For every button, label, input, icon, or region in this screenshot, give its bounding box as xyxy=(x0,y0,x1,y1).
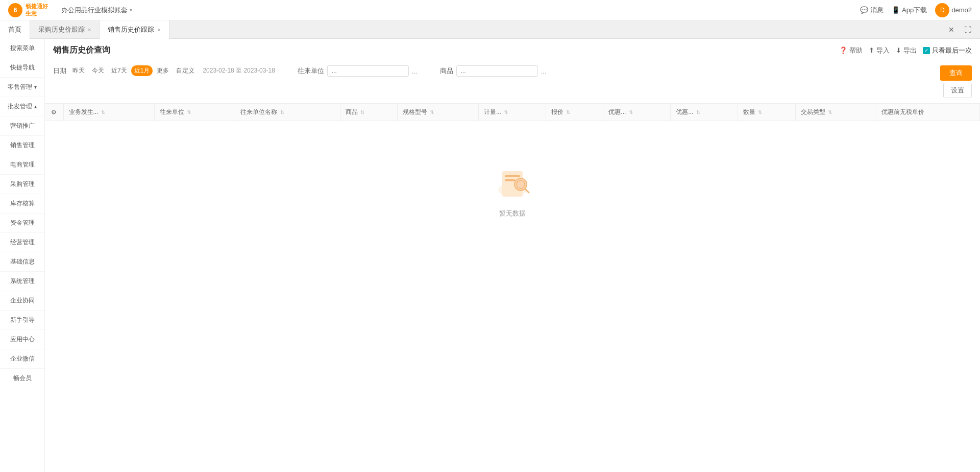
svg-rect-2 xyxy=(505,175,520,177)
data-table: ⚙ 业务发生... ⇅ 往来单位 ⇅ 往来单位名称 ⇅ xyxy=(45,104,980,121)
sidebar-item-member[interactable]: 畅会员 xyxy=(0,369,44,388)
sidebar-item-quick-nav[interactable]: 快捷导航 xyxy=(0,58,44,78)
partner-input[interactable] xyxy=(327,65,409,77)
message-btn[interactable]: 💬 消息 xyxy=(860,6,884,15)
th-spec-label: 规格型号 xyxy=(403,108,427,115)
th-discount-rate[interactable]: 优惠... ⇅ xyxy=(603,104,671,121)
date-btn-today[interactable]: 今天 xyxy=(89,65,107,76)
sidebar-item-ecom-mgmt[interactable]: 电商管理 xyxy=(0,155,44,175)
th-partner-name[interactable]: 往来单位名称 ⇅ xyxy=(235,104,340,121)
tab-home[interactable]: 首页 xyxy=(0,20,30,39)
app-selector[interactable]: 办公用品行业模拟账套 ▾ xyxy=(57,6,136,15)
th-quote[interactable]: 报价 ⇅ xyxy=(546,104,603,121)
partner-filter-label: 往来单位 xyxy=(298,66,324,76)
sidebar-ecom-mgmt-label: 电商管理 xyxy=(10,160,35,169)
sidebar-item-app-center[interactable]: 应用中心 xyxy=(0,330,44,349)
product-input[interactable] xyxy=(456,65,538,77)
message-label: 消息 xyxy=(870,6,884,15)
message-icon: 💬 xyxy=(860,6,868,14)
sidebar-item-sales-mgmt[interactable]: 销售管理 xyxy=(0,136,44,155)
date-options: 昨天 今天 近7天 近1月 更多 自定义 xyxy=(69,65,198,76)
date-btn-yesterday[interactable]: 昨天 xyxy=(69,65,88,76)
th-product-label: 商品 xyxy=(346,108,358,115)
sidebar-item-purchase-mgmt[interactable]: 采购管理 xyxy=(0,175,44,194)
tab-purchase-history-label: 采购历史价跟踪 xyxy=(38,25,85,34)
sort-icon: ⇅ xyxy=(187,109,191,115)
tab-bar: 首页 采购历史价跟踪 × 销售历史价跟踪 × ✕ ⛶ xyxy=(0,20,980,39)
th-pre-tax-price-label: 优惠前无税单价 xyxy=(881,108,924,115)
th-unit[interactable]: 计量... ⇅ xyxy=(478,104,546,121)
sidebar-item-basic-info[interactable]: 基础信息 xyxy=(0,252,44,272)
th-unit-label: 计量... xyxy=(484,108,501,115)
sort-icon: ⇅ xyxy=(101,109,105,115)
th-discount-rate-label: 优惠... xyxy=(608,108,626,115)
app-download-btn[interactable]: 📱 App下载 xyxy=(892,6,927,15)
sidebar-sales-mgmt-label: 销售管理 xyxy=(10,141,35,150)
tab-window-actions: ✕ ⛶ xyxy=(945,23,980,36)
th-trade-type[interactable]: 交易类型 ⇅ xyxy=(795,104,876,121)
fullscreen-btn[interactable]: ⛶ xyxy=(962,23,974,36)
sidebar-item-enterprise-wechat[interactable]: 企业微信 xyxy=(0,349,44,369)
settings-btn[interactable]: 设置 xyxy=(943,83,972,98)
date-btn-more[interactable]: 更多 xyxy=(154,65,172,76)
sidebar-item-operations[interactable]: 经营管理 xyxy=(0,233,44,252)
sort-icon: ⇅ xyxy=(828,109,832,115)
sidebar-item-search-menu[interactable]: 搜索菜单 xyxy=(0,39,44,58)
th-partner-code-label: 往来单位 xyxy=(160,108,184,115)
page-header-actions: ❓ 帮助 ⬆ 导入 ⬇ 导出 只看最后一次 xyxy=(839,46,972,55)
sidebar-item-new-guide[interactable]: 新手引导 xyxy=(0,311,44,330)
app-download-label: App下载 xyxy=(902,6,927,15)
chevron-up-icon: ▴ xyxy=(34,104,37,109)
th-discount-amount[interactable]: 优惠... ⇅ xyxy=(671,104,738,121)
th-partner-name-label: 往来单位名称 xyxy=(240,108,277,115)
svg-rect-3 xyxy=(505,179,515,181)
sidebar-item-sys-mgmt[interactable]: 系统管理 xyxy=(0,272,44,291)
page-header: 销售历史价查询 ❓ 帮助 ⬆ 导入 ⬇ 导出 只看最后一次 xyxy=(45,39,980,60)
help-btn[interactable]: ❓ 帮助 xyxy=(839,46,863,55)
th-quantity[interactable]: 数量 ⇅ xyxy=(738,104,796,121)
query-btn[interactable]: 查询 xyxy=(940,65,972,81)
sidebar-item-finance[interactable]: 资金管理 xyxy=(0,214,44,233)
sidebar-item-marketing[interactable]: 营销推广 xyxy=(0,116,44,136)
date-btn-last1m[interactable]: 近1月 xyxy=(131,65,153,76)
close-window-btn[interactable]: ✕ xyxy=(945,23,958,36)
sort-icon: ⇅ xyxy=(360,109,364,115)
sidebar-item-inventory[interactable]: 库存核算 xyxy=(0,194,44,214)
logo-icon: 6 xyxy=(8,3,22,17)
th-settings[interactable]: ⚙ xyxy=(45,104,63,121)
sort-icon: ⇅ xyxy=(280,109,284,115)
only-last-checkbox[interactable]: 只看最后一次 xyxy=(923,46,972,55)
product-dots-btn[interactable]: ... xyxy=(541,67,547,75)
user-area[interactable]: D demo2 xyxy=(935,3,972,17)
th-pre-tax-price[interactable]: 优惠前无税单价 xyxy=(876,104,980,121)
th-partner-code[interactable]: 往来单位 ⇅ xyxy=(154,104,235,121)
export-btn[interactable]: ⬇ 导出 xyxy=(896,46,917,55)
th-product[interactable]: 商品 ⇅ xyxy=(340,104,398,121)
sidebar-item-retail-mgmt[interactable]: 零售管理 ▾ xyxy=(0,78,44,97)
date-btn-last7[interactable]: 近7天 xyxy=(108,65,130,76)
date-btn-custom[interactable]: 自定义 xyxy=(173,65,198,76)
product-filter-label: 商品 xyxy=(440,66,453,76)
help-label: 帮助 xyxy=(849,46,863,55)
logo-area: 6 畅捷通好生意 xyxy=(8,3,53,17)
help-icon: ❓ xyxy=(839,46,847,54)
avatar: D xyxy=(935,3,949,17)
th-spec[interactable]: 规格型号 ⇅ xyxy=(398,104,479,121)
import-btn[interactable]: ⬆ 导入 xyxy=(869,46,890,55)
only-last-label: 只看最后一次 xyxy=(932,46,972,55)
sidebar-item-enterprise[interactable]: 企业协同 xyxy=(0,291,44,311)
partner-dots-btn[interactable]: ... xyxy=(412,67,418,75)
sort-icon: ⇅ xyxy=(430,109,434,115)
sidebar-item-wholesale-mgmt[interactable]: 批发管理 ▴ xyxy=(0,97,44,116)
close-purchase-tab-icon[interactable]: × xyxy=(88,27,91,33)
close-sales-tab-icon[interactable]: × xyxy=(157,27,160,33)
sort-icon: ⇅ xyxy=(696,109,700,115)
sidebar-member-label: 畅会员 xyxy=(13,374,32,383)
sort-icon: ⇅ xyxy=(629,109,633,115)
sidebar-operations-label: 经营管理 xyxy=(10,238,35,247)
tab-sales-history[interactable]: 销售历史价跟踪 × xyxy=(100,20,169,39)
th-biz-date[interactable]: 业务发生... ⇅ xyxy=(63,104,154,121)
tab-purchase-history[interactable]: 采购历史价跟踪 × xyxy=(30,20,100,39)
main-layout: 搜索菜单 快捷导航 零售管理 ▾ 批发管理 ▴ 营销推广 销售管理 电商管理 采… xyxy=(0,39,980,472)
sidebar-search-menu-label: 搜索菜单 xyxy=(10,44,35,53)
